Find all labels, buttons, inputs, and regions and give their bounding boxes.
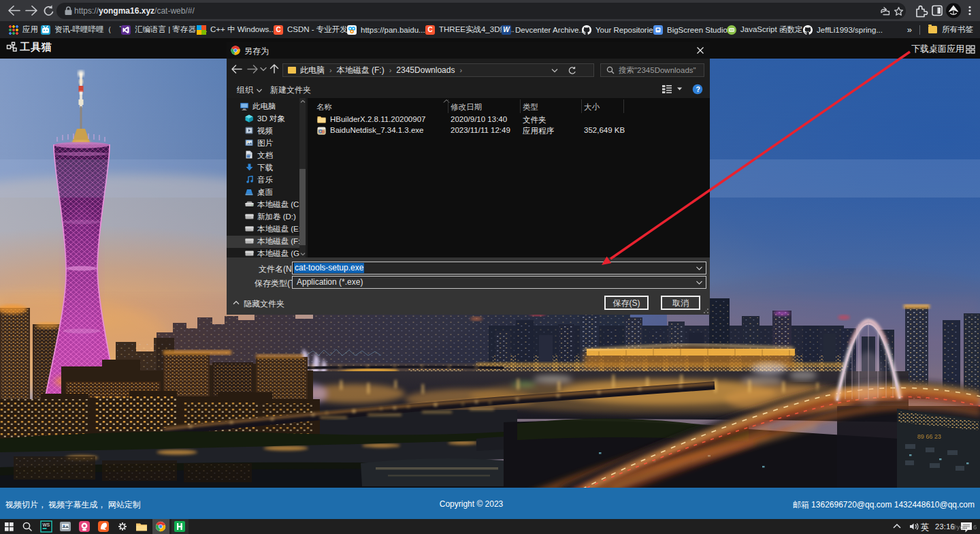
svg-text:?: ?: [696, 85, 700, 93]
svg-text:89 66 23: 89 66 23: [917, 433, 941, 440]
svg-text:WS: WS: [43, 522, 50, 527]
